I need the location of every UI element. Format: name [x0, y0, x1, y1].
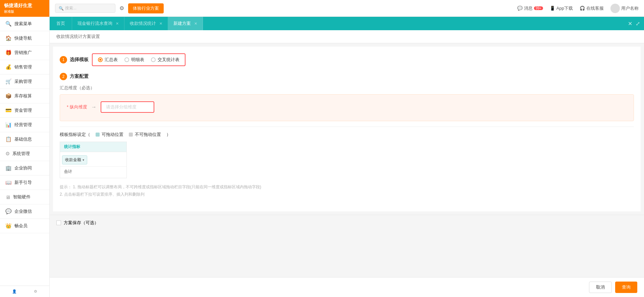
- user-info[interactable]: 用户名称: [610, 4, 639, 13]
- metrics-label: 模板指标设定（: [60, 132, 90, 138]
- message-icon: 💬: [517, 6, 523, 11]
- sidebar-item-basic-info[interactable]: 📋 基础信息: [0, 132, 49, 147]
- sidebar-bottom-user[interactable]: 👤: [12, 289, 17, 294]
- operations-icon: 📊: [5, 122, 12, 128]
- legend-fixed-label: 不可拖动位置: [135, 132, 161, 138]
- topbar: 🔍 搜索... ⚙ 体验行业方案 💬 消息 99+ 📱 App下载 🎧 在线客服…: [50, 0, 644, 17]
- sidebar-item-label: 经营管理: [14, 122, 32, 128]
- sidebar-item-smart-hw[interactable]: 🖥 智能硬件: [0, 190, 49, 204]
- close-window-icon[interactable]: ✕: [628, 20, 632, 27]
- sidebar-item-label: 营销推广: [14, 50, 32, 56]
- radio-detail-circle[interactable]: [124, 57, 129, 62]
- purchase-icon: 🛒: [5, 79, 12, 85]
- message-button[interactable]: 💬 消息 99+: [517, 5, 543, 11]
- cancel-button[interactable]: 取消: [589, 282, 612, 293]
- metrics-row-total: 合计: [60, 166, 126, 177]
- sidebar-item-capital[interactable]: 💳 资金管理: [0, 103, 49, 118]
- tab-new-plan-close[interactable]: ✕: [194, 21, 197, 26]
- step2-title: 方案配置: [70, 73, 89, 80]
- sidebar-item-vip[interactable]: 👑 畅会员: [0, 219, 49, 233]
- step2-header: 2 方案配置: [60, 73, 634, 80]
- tab-receipt-stat-close[interactable]: ✕: [159, 21, 162, 26]
- message-badge: 99+: [534, 6, 543, 10]
- sidebar-item-label: 畅会员: [14, 223, 28, 229]
- plan-save-label: 方案保存（可选）: [64, 220, 99, 226]
- sidebar-item-system[interactable]: ⚙ 系统管理: [0, 147, 49, 161]
- tab-receipt-stat[interactable]: 收款情况统计 ✕: [124, 17, 168, 30]
- dimension-placeholder: 请选择分组维度: [106, 104, 137, 109]
- app-download-button[interactable]: 📱 App下载: [550, 5, 573, 11]
- sidebar-item-purchase[interactable]: 🛒 采购管理: [0, 75, 49, 89]
- sidebar: 畅捷通好生意 标准版 🔍 搜索菜单 🏠 快捷导航 🎁 营销推广 💰 销售管理 🛒…: [0, 0, 50, 297]
- service-icon: 🎧: [580, 6, 585, 11]
- sidebar-item-label: 企业微信: [14, 208, 32, 214]
- logo-sub: 标准版: [4, 9, 32, 14]
- legend-draggable: 可拖动位置: [96, 132, 123, 138]
- topbar-right: 💬 消息 99+ 📱 App下载 🎧 在线客服 用户名称: [517, 4, 639, 13]
- username: 用户名称: [621, 5, 639, 11]
- legend-draggable-label: 可拖动位置: [102, 132, 123, 138]
- gear-icon[interactable]: ⚙: [119, 5, 124, 11]
- radio-summary-circle[interactable]: [98, 57, 103, 62]
- plan-save-checkbox[interactable]: [56, 220, 61, 225]
- sidebar-item-wechat[interactable]: 💬 企业微信: [0, 204, 49, 219]
- basic-info-icon: 📋: [5, 136, 12, 142]
- page-breadcrumb: 收款情况统计方案设置: [50, 30, 644, 43]
- legend-fixed: 不可拖动位置: [129, 132, 161, 138]
- inventory-icon: 📦: [5, 93, 12, 99]
- metrics-tag-amount[interactable]: 收款金额 ▾: [62, 155, 87, 164]
- form-area: 1 选择模板 汇总表 明细表 交叉统计表: [53, 47, 641, 211]
- tab-cash-flow-label: 现金银行流水查询: [77, 20, 112, 27]
- trial-button[interactable]: 体验行业方案: [128, 3, 164, 13]
- marketing-icon: 🎁: [5, 50, 12, 56]
- arrow-icon: →: [91, 104, 97, 110]
- search-placeholder: 搜索...: [65, 5, 76, 11]
- dimension-select[interactable]: 请选择分组维度: [101, 101, 154, 113]
- dimension-label: 汇总维度（必选）: [60, 85, 634, 91]
- dimension-config: 汇总维度（必选） * 纵向维度 → 请选择分组维度: [60, 85, 634, 121]
- step1-title: 选择模板: [70, 57, 89, 63]
- tab-new-plan[interactable]: 新建方案 ✕: [168, 17, 203, 30]
- radio-cross-circle[interactable]: [151, 57, 156, 62]
- sidebar-item-label: 基础信息: [14, 136, 32, 142]
- radio-detail[interactable]: 明细表: [124, 57, 144, 63]
- tab-home[interactable]: 首页: [50, 17, 72, 30]
- sidebar-item-label: 销售管理: [14, 64, 32, 70]
- main-area: 🔍 搜索... ⚙ 体验行业方案 💬 消息 99+ 📱 App下载 🎧 在线客服…: [50, 0, 644, 297]
- template-selection-box: 汇总表 明细表 交叉统计表: [92, 53, 185, 66]
- sidebar-item-sales[interactable]: 💰 销售管理: [0, 60, 49, 75]
- sidebar-item-search-menu[interactable]: 🔍 搜索菜单: [0, 17, 49, 31]
- download-label: App下载: [556, 5, 573, 11]
- vertical-dimension-row: * 纵向维度 → 请选择分组维度: [67, 101, 627, 113]
- sidebar-item-inventory[interactable]: 📦 库存核算: [0, 89, 49, 103]
- sidebar-item-enterprise[interactable]: 🏢 企业协同: [0, 161, 49, 176]
- search-menu-icon: 🔍: [5, 21, 12, 27]
- sidebar-item-label: 系统管理: [12, 151, 30, 157]
- query-button[interactable]: 查询: [615, 282, 637, 293]
- fixed-dot: [129, 133, 133, 137]
- vip-icon: 👑: [5, 223, 12, 229]
- expand-icon[interactable]: ⤢: [636, 20, 640, 27]
- message-label: 消息: [524, 5, 533, 11]
- radio-summary[interactable]: 汇总表: [98, 57, 118, 63]
- sidebar-item-marketing[interactable]: 🎁 营销推广: [0, 46, 49, 60]
- radio-cross[interactable]: 交叉统计表: [151, 57, 179, 63]
- logo-name: 畅捷通好生意: [4, 3, 32, 9]
- metrics-label-end: ）: [166, 132, 171, 138]
- sidebar-bottom-settings[interactable]: ⚙: [34, 289, 37, 294]
- tab-cash-flow[interactable]: 现金银行流水查询 ✕: [72, 17, 124, 30]
- sidebar-bottom: 👤 ⚙: [0, 286, 49, 297]
- step2-num: 2: [60, 73, 67, 80]
- sales-icon: 💰: [5, 64, 12, 70]
- sidebar-item-operations[interactable]: 📊 经营管理: [0, 118, 49, 132]
- online-service-button[interactable]: 🎧 在线客服: [580, 5, 604, 11]
- sidebar-item-label: 智能硬件: [13, 194, 31, 200]
- tab-cash-flow-close[interactable]: ✕: [116, 21, 119, 26]
- sidebar-item-quick-nav[interactable]: 🏠 快捷导航: [0, 31, 49, 46]
- radio-detail-label: 明细表: [131, 57, 144, 63]
- sidebar-item-newbie[interactable]: 📖 新手引导: [0, 176, 49, 190]
- step1-header: 1 选择模板 汇总表 明细表 交叉统计表: [60, 53, 634, 66]
- tip-line2: 2. 点击标题栏下拉可设置排序、插入列和删除列: [60, 191, 634, 198]
- topbar-search-box[interactable]: 🔍 搜索...: [55, 4, 115, 13]
- metrics-tag-row: 收款金额 ▾: [60, 153, 126, 166]
